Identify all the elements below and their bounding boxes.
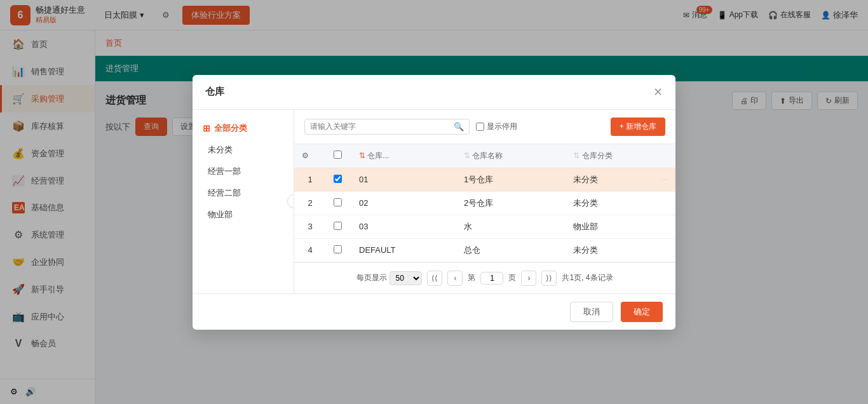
modal-body: ⊞ 全部分类 未分类 经营一部 经营二部 物业部 《 🔍 — [193, 110, 675, 293]
sort-icon3: ⇅ — [573, 151, 580, 160]
warehouse-data-table: ⚙ ⇅ 仓库... ⇅ — [294, 144, 675, 262]
row-checkbox-cell — [326, 191, 351, 215]
modal-footer: 取消 确定 — [193, 293, 675, 330]
last-page-button[interactable]: ⟩⟩ — [541, 271, 557, 286]
table-row[interactable]: 1 01 1号仓库 未分类 ··· — [294, 168, 675, 191]
show-disabled-checkbox[interactable] — [476, 123, 484, 131]
row-code: DEFAULT — [351, 238, 456, 262]
row-category: 未分类 — [566, 191, 675, 215]
prev-page-button[interactable]: ‹ — [447, 271, 463, 286]
first-page-button[interactable]: ⟨⟨ — [427, 271, 442, 286]
row-name: 2号仓库 — [456, 191, 566, 215]
row-category: 未分类 — [566, 238, 675, 262]
show-disabled-label: 显示停用 — [487, 121, 517, 132]
row-checkbox[interactable] — [334, 175, 342, 183]
modal-category-panel: ⊞ 全部分类 未分类 经营一部 经营二部 物业部 《 — [193, 110, 294, 293]
new-warehouse-button[interactable]: + 新增仓库 — [611, 118, 665, 136]
modal-overlay: 仓库 ✕ ⊞ 全部分类 未分类 经营一部 经营二部 物业部 《 — [0, 0, 868, 404]
table-row[interactable]: 2 02 2号仓库 未分类 — [294, 191, 675, 215]
pagination-summary: 共1页, 4条记录 — [562, 273, 613, 283]
table-body: 1 01 1号仓库 未分类 ··· — [294, 168, 675, 262]
search-icon: 🔍 — [454, 122, 464, 131]
warehouse-table: ⚙ ⇅ 仓库... ⇅ — [294, 144, 675, 262]
col-settings-icon: ⚙ — [294, 144, 326, 168]
row-category: 未分类 ··· — [566, 168, 675, 191]
row-checkbox[interactable] — [334, 245, 342, 253]
page-label-after: 页 — [508, 273, 516, 283]
select-all-checkbox[interactable] — [334, 151, 342, 159]
sort-icon2: ⇅ — [464, 151, 470, 160]
page-number-input[interactable] — [480, 272, 503, 285]
row-name: 1号仓库 — [456, 168, 566, 191]
row-num: 3 — [294, 215, 326, 238]
row-code: 03 — [351, 215, 456, 238]
page-size-label: 每页显示 — [356, 273, 387, 283]
category-item-ops1[interactable]: 经营一部 — [193, 161, 294, 182]
warehouse-search-input[interactable] — [310, 122, 454, 131]
gear-icon-small: ⚙ — [302, 151, 309, 160]
page-size-group: 每页显示 50 10 20 100 — [356, 271, 422, 285]
row-checkbox[interactable] — [334, 198, 342, 206]
row-checkbox-cell — [326, 238, 351, 262]
pagination: 每页显示 50 10 20 100 ⟨⟨ ‹ 第 页 › ⟩⟩ — [294, 262, 675, 293]
col-name-header: ⇅ 仓库名称 — [456, 144, 566, 168]
category-item-uncategorized[interactable]: 未分类 — [193, 139, 294, 161]
col-checkbox — [326, 144, 351, 168]
row-name: 总仓 — [456, 238, 566, 262]
page-label-before: 第 — [468, 273, 475, 283]
row-num: 2 — [294, 191, 326, 215]
category-header-all[interactable]: ⊞ 全部分类 — [193, 118, 294, 139]
show-disabled-checkbox-group: 显示停用 — [476, 121, 517, 132]
col-code-header: ⇅ 仓库... — [351, 144, 456, 168]
modal-toolbar: 🔍 显示停用 + 新增仓库 — [294, 110, 675, 144]
modal-right-panel: 🔍 显示停用 + 新增仓库 ⚙ — [294, 110, 675, 293]
row-actions-icon: ··· — [661, 174, 668, 184]
confirm-button[interactable]: 确定 — [621, 302, 663, 322]
warehouse-modal: 仓库 ✕ ⊞ 全部分类 未分类 经营一部 经营二部 物业部 《 — [193, 75, 675, 330]
grid-icon: ⊞ — [203, 123, 210, 133]
warehouse-search-box: 🔍 — [304, 119, 470, 135]
modal-header: 仓库 ✕ — [193, 75, 675, 110]
row-name: 水 — [456, 215, 566, 238]
page-size-select[interactable]: 50 10 20 100 — [390, 271, 422, 285]
modal-title: 仓库 — [205, 86, 224, 98]
category-all-label: 全部分类 — [214, 123, 247, 134]
category-item-ops2[interactable]: 经营二部 — [193, 182, 294, 204]
row-num: 1 — [294, 168, 326, 191]
row-code: 01 — [351, 168, 456, 191]
row-code: 02 — [351, 191, 456, 215]
row-checkbox[interactable] — [334, 222, 342, 230]
row-checkbox-cell — [326, 215, 351, 238]
table-header: ⚙ ⇅ 仓库... ⇅ — [294, 144, 675, 168]
row-category: 物业部 — [566, 215, 675, 238]
sort-icon: ⇅ — [359, 151, 365, 160]
cancel-button[interactable]: 取消 — [570, 302, 613, 322]
next-page-button[interactable]: › — [521, 271, 536, 286]
modal-close-button[interactable]: ✕ — [653, 85, 663, 99]
table-row[interactable]: 4 DEFAULT 总仓 未分类 — [294, 238, 675, 262]
table-row[interactable]: 3 03 水 物业部 — [294, 215, 675, 238]
category-item-property[interactable]: 物业部 — [193, 204, 294, 226]
row-num: 4 — [294, 238, 326, 262]
row-checkbox-cell — [326, 168, 351, 191]
col-category-header: ⇅ 仓库分类 — [566, 144, 675, 168]
